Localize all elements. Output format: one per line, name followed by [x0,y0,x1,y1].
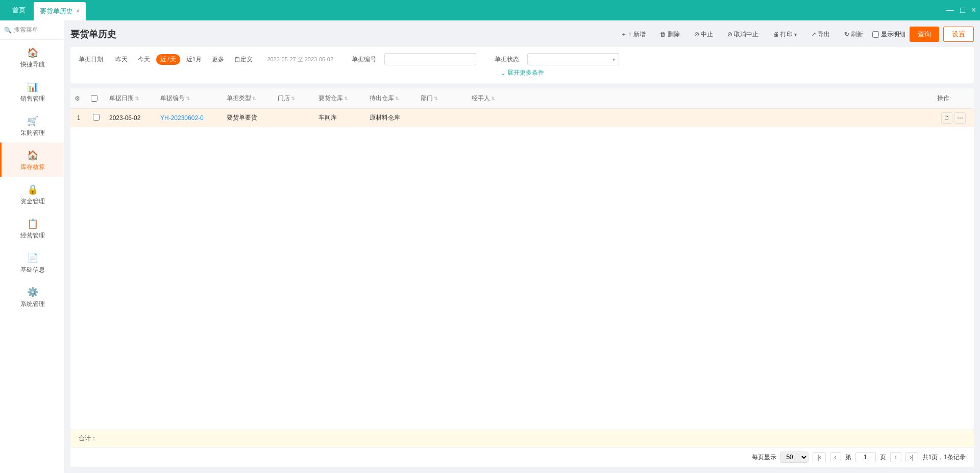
doc-link-1[interactable]: YH-20230602-0 [160,114,204,122]
th-req-wh[interactable]: 要货仓库 ⇅ [314,91,365,106]
date-btn-custom[interactable]: 自定义 [230,54,257,65]
print-button[interactable]: 🖨 打印 ▾ [768,28,802,41]
tab-home[interactable]: 首页 [4,0,34,20]
operations-icon: 📋 [27,218,38,229]
sidebar-item-finance[interactable]: 🔒 资金管理 [0,177,64,211]
td-check-1[interactable] [87,111,105,125]
doc-num-input[interactable] [384,53,476,65]
date-btn-yesterday[interactable]: 昨天 [111,54,132,65]
sidebar-item-inventory[interactable]: 🏠 库存核算 [0,143,64,177]
purchase-icon: 🛒 [27,115,38,127]
status-select[interactable] [527,53,619,65]
select-all-checkbox[interactable] [91,95,97,102]
th-wait-wh[interactable]: 待出仓库 ⇅ [365,91,416,106]
search-icon: 🔍 [4,27,12,34]
th-type[interactable]: 单据类型 ⇅ [223,91,274,106]
minimize-icon[interactable]: — [946,6,954,15]
sort-wait-wh-icon: ⇅ [395,96,399,101]
tab-active[interactable]: 要货单历史 × [34,2,86,20]
th-date[interactable]: 单据日期 ⇅ [105,91,156,106]
date-btn-more[interactable]: 更多 [208,54,228,65]
sidebar-item-home[interactable]: 🏠 快捷导航 [0,40,64,74]
basic-info-icon: 📄 [27,252,38,264]
refresh-icon: ↻ [844,31,849,38]
content-area: 要货单历史 ＋ + 新增 🗑 删除 ⊘ 中止 ⊘ 取消中止 [64,20,980,473]
filter-row: 单据日期 昨天 今天 近7天 近1月 更多 自定义 2023-05-27 至 2… [79,53,966,65]
home-icon: 🏠 [27,47,38,58]
new-icon: ＋ [621,30,627,39]
expand-more-button[interactable]: ⌄ 展开更多条件 [501,68,544,77]
next-page-button[interactable]: › [890,452,901,462]
page-input[interactable] [855,452,876,462]
sidebar-item-label-sales: 销售管理 [20,94,45,103]
prev-page-button[interactable]: ‹ [830,452,841,462]
last-page-button[interactable]: ›| [905,452,918,462]
new-button[interactable]: ＋ + 新增 [616,28,651,41]
delete-button[interactable]: 🗑 删除 [655,28,685,41]
sort-req-wh-icon: ⇅ [344,96,348,101]
doc-num-label: 单据编号 [352,55,376,64]
first-page-button[interactable]: |‹ [813,452,825,462]
delete-icon: 🗑 [660,31,666,38]
date-range-display: 2023-05-27 至 2023-06-02 [267,56,333,63]
td-date-1: 2023-06-02 [105,111,156,125]
total-info: 共1页，1条记录 [922,453,966,462]
table-container: ⚙ 单据日期 ⇅ 单据编号 ⇅ 单据类型 ⇅ 门店 ⇅ [70,88,974,430]
sort-handler-icon: ⇅ [491,96,495,101]
page-title-bar: 要货单历史 ＋ + 新增 🗑 删除 ⊘ 中止 ⊘ 取消中止 [70,27,974,42]
row-checkbox-1[interactable] [93,114,100,121]
sidebar-item-sales[interactable]: 📊 销售管理 [0,74,64,108]
th-ops: 操作 [933,91,974,106]
sidebar-item-basic-info[interactable]: 📄 基础信息 [0,245,64,279]
tab-close-icon[interactable]: × [76,8,80,15]
sidebar-item-system[interactable]: ⚙️ 系统管理 [0,279,64,314]
status-select-wrapper [527,53,619,65]
tab-active-label: 要货单历史 [40,7,73,16]
search-menu[interactable]: 🔍 搜索菜单 [0,20,64,40]
settings-button[interactable]: 设置 [943,27,974,42]
th-num[interactable]: 单据编号 ⇅ [156,91,223,106]
sidebar-item-label-purchase: 采购管理 [20,129,45,137]
page-title: 要货单历史 [70,28,116,40]
sidebar: 🔍 搜索菜单 🏠 快捷导航 📊 销售管理 🛒 采购管理 🏠 库存核算 🔒 资金管… [0,20,64,473]
display-detail-checkbox-label[interactable]: 显示明细 [872,30,905,39]
refresh-button[interactable]: ↻ 刷新 [839,28,868,41]
sales-icon: 📊 [27,81,38,92]
date-filter-label: 单据日期 [79,55,103,64]
sort-store-icon: ⇅ [291,96,295,101]
date-btn-today[interactable]: 今天 [134,54,154,65]
stop-button[interactable]: ⊘ 中止 [689,28,718,41]
view-detail-icon[interactable]: 🗋 [941,112,952,124]
th-check[interactable] [87,92,105,105]
page-size-label: 每页显示 [752,453,776,462]
cancel-stop-button[interactable]: ⊘ 取消中止 [722,28,764,41]
td-wait-wh-1: 原材料仓库 [365,110,416,125]
sort-num-icon: ⇅ [186,96,190,101]
date-filter-buttons: 昨天 今天 近7天 近1月 更多 自定义 [111,54,257,65]
td-num-1[interactable]: YH-20230602-0 [156,111,223,125]
th-settings[interactable]: ⚙ [70,92,87,105]
system-icon: ⚙️ [27,287,38,298]
date-btn-7days[interactable]: 近7天 [156,54,180,65]
th-handler[interactable]: 经手人 ⇅ [468,91,933,106]
sort-type-icon: ⇅ [252,96,256,101]
table-row: 1 2023-06-02 YH-20230602-0 要货单要货 车间库 原材料… [70,109,974,127]
sidebar-item-purchase[interactable]: 🛒 采购管理 [0,108,64,143]
td-handler-1 [468,115,933,121]
th-dept[interactable]: 部门 ⇅ [416,91,468,106]
display-detail-checkbox[interactable] [872,31,879,38]
inventory-icon: 🏠 [27,150,38,161]
td-store-1 [274,115,314,121]
sidebar-item-label-operations: 经营管理 [20,231,45,240]
th-store[interactable]: 门店 ⇅ [274,91,314,106]
query-button[interactable]: 查询 [910,27,939,42]
print-icon: 🖨 [773,31,779,38]
maximize-icon[interactable]: □ [960,6,965,15]
export-button[interactable]: ↗ 导出 [806,28,835,41]
window-close-icon[interactable]: × [971,6,976,15]
sidebar-item-operations[interactable]: 📋 经营管理 [0,211,64,245]
main-layout: 🔍 搜索菜单 🏠 快捷导航 📊 销售管理 🛒 采购管理 🏠 库存核算 🔒 资金管… [0,20,980,473]
page-size-select[interactable]: 50 100 [780,452,808,463]
date-btn-1month[interactable]: 近1月 [182,54,206,65]
more-ops-icon[interactable]: ⋯ [954,112,966,124]
